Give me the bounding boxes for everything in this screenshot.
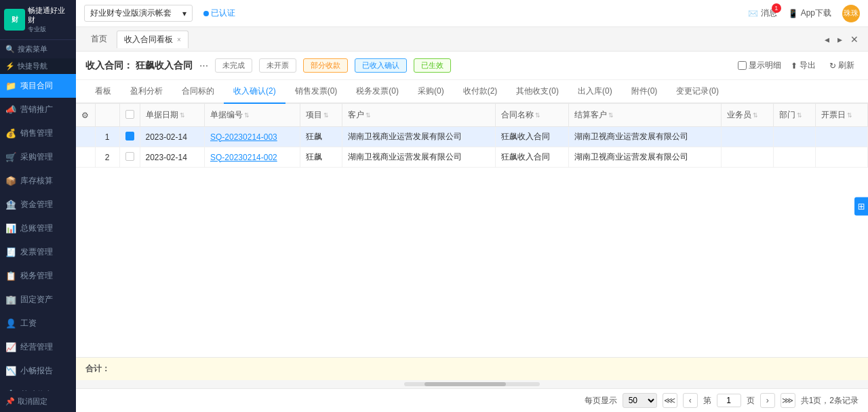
sort-project-icon[interactable]: ⇅ bbox=[323, 112, 329, 119]
sidebar-item-invoice[interactable]: 🧾 发票管理 bbox=[0, 240, 76, 264]
ops-icon: 📈 bbox=[5, 341, 16, 352]
table-row[interactable]: 2 2023-02-14 SQ-20230214-002 狂飙 湖南卫视商业运营… bbox=[76, 147, 868, 168]
refresh-button[interactable]: ↻ 刷新 bbox=[825, 58, 859, 73]
show-detail-input[interactable] bbox=[738, 61, 747, 70]
hr-icon: 👤 bbox=[5, 318, 16, 329]
right-panel-icon[interactable]: ⊞ bbox=[856, 202, 867, 210]
cell-project-2: 狂飙 bbox=[300, 147, 342, 168]
sidebar-item-ops[interactable]: 📈 经营管理 bbox=[0, 335, 76, 359]
tab-prev-button[interactable]: ◂ bbox=[823, 33, 831, 46]
more-options-button[interactable]: ··· bbox=[199, 60, 208, 72]
sidebar-item-project[interactable]: 📁 项目合同 bbox=[0, 74, 76, 98]
export-icon: ⬆ bbox=[791, 61, 797, 71]
page-prev-button[interactable]: ‹ bbox=[683, 393, 698, 408]
th-salesperson: 业务员 ⇅ bbox=[722, 104, 774, 127]
sidebar-item-report[interactable]: 📉 小畅报告 bbox=[0, 359, 76, 383]
tab-home[interactable]: 首页 bbox=[84, 31, 114, 48]
status-confirmed[interactable]: 已收入确认 bbox=[355, 58, 407, 73]
sidebar-item-marketing[interactable]: 📣 营销推广 bbox=[0, 98, 76, 121]
cell-num-1: 1 bbox=[95, 127, 119, 147]
page-first-button[interactable]: ⋘ bbox=[663, 393, 677, 408]
active-tab-label: 收入合同看板 bbox=[124, 34, 173, 45]
page-last-button[interactable]: ⋙ bbox=[781, 393, 795, 408]
tab-attachment[interactable]: 附件(0) bbox=[622, 80, 667, 104]
fixed-icon: 🏢 bbox=[5, 294, 16, 305]
tab-profit[interactable]: 盈利分析 bbox=[121, 80, 172, 104]
logo-text-block: 畅捷通好业财 专业版 bbox=[28, 5, 72, 34]
export-button[interactable]: ⬆ 导出 bbox=[787, 58, 820, 73]
sidebar-item-hr[interactable]: 👤 工资 bbox=[0, 312, 76, 335]
search-menu-label: 搜索菜单 bbox=[18, 44, 47, 54]
app-download-button[interactable]: 📱 App下载 bbox=[788, 7, 831, 19]
avatar: 珠珠 bbox=[842, 5, 860, 22]
show-detail-checkbox[interactable]: 显示明细 bbox=[738, 60, 781, 71]
status-active[interactable]: 已生效 bbox=[414, 58, 451, 73]
sort-bill-date-icon[interactable]: ⇅ bbox=[847, 112, 852, 119]
sort-date-icon[interactable]: ⇅ bbox=[180, 112, 185, 119]
row-checkbox-2[interactable] bbox=[125, 152, 134, 161]
header-right: ✉️ 消息 1 📱 App下载 珠珠 bbox=[748, 5, 860, 22]
tab-kanban[interactable]: 看板 bbox=[85, 80, 121, 104]
close-tab-button[interactable]: × bbox=[177, 36, 181, 43]
sort-dept-icon[interactable]: ⇅ bbox=[797, 112, 802, 119]
sort-contract-icon[interactable]: ⇅ bbox=[535, 112, 540, 119]
company-selector[interactable]: 好业财专业版演示帐套 ▾ bbox=[84, 5, 193, 22]
sidebar-item-purchase[interactable]: 🛒 采购管理 bbox=[0, 145, 76, 169]
cell-date-2: 2023-02-14 bbox=[140, 147, 205, 168]
scroll-thumb[interactable] bbox=[425, 382, 506, 386]
cell-salesperson-1 bbox=[722, 127, 774, 147]
search-icon: 🔍 bbox=[5, 45, 15, 54]
sort-settle-icon[interactable]: ⇅ bbox=[608, 112, 614, 119]
tab-confirm[interactable]: 收入确认(2) bbox=[224, 80, 285, 104]
sidebar-item-accounting[interactable]: 📊 总账管理 bbox=[0, 217, 76, 240]
sidebar-item-fixed[interactable]: 🏢 固定资产 bbox=[0, 288, 76, 312]
th-customer-label: 客户 bbox=[348, 109, 364, 121]
gear-icon[interactable]: ⚙ bbox=[81, 111, 89, 120]
status-partial[interactable]: 部分收款 bbox=[303, 58, 348, 73]
sidebar-item-sales[interactable]: 💰 销售管理 bbox=[0, 121, 76, 145]
table-row[interactable]: 1 2023-02-14 SQ-20230214-003 狂飙 湖南卫视商业运营… bbox=[76, 127, 868, 147]
tab-next-button[interactable]: ▸ bbox=[836, 33, 844, 46]
sidebar-item-capital[interactable]: 🏦 资金管理 bbox=[0, 193, 76, 217]
unpin-label: 取消固定 bbox=[18, 396, 47, 407]
tab-close-all-button[interactable]: ✕ bbox=[849, 33, 860, 46]
status-uninvoiced[interactable]: 未开票 bbox=[259, 58, 296, 73]
row-checkbox-1[interactable] bbox=[125, 132, 134, 141]
select-all-checkbox[interactable] bbox=[125, 110, 134, 119]
sort-code-icon[interactable]: ⇅ bbox=[244, 112, 250, 119]
row-code-link-1[interactable]: SQ-20230214-003 bbox=[210, 132, 277, 142]
content-area: 收入合同： 狂飙收入合同 ··· 未完成 未开票 部分收款 已收入确认 已生效 … bbox=[76, 52, 868, 412]
tab-sales-invoice[interactable]: 销售发票(0) bbox=[285, 80, 347, 104]
quick-nav[interactable]: ⚡ 快捷导航 bbox=[0, 58, 76, 74]
tab-active-contract[interactable]: 收入合同看板 × bbox=[117, 31, 189, 48]
message-button[interactable]: ✉️ 消息 1 bbox=[748, 7, 777, 19]
tab-payment[interactable]: 收付款(2) bbox=[454, 80, 507, 104]
tab-other-income[interactable]: 其他收支(0) bbox=[507, 80, 568, 104]
sales-icon: 💰 bbox=[5, 128, 16, 138]
page-number-input[interactable] bbox=[717, 394, 741, 407]
unpin-button[interactable]: 📌 取消固定 bbox=[0, 391, 76, 412]
page-unit: 页 bbox=[747, 395, 755, 407]
tab-tax-invoice[interactable]: 税务发票(0) bbox=[347, 80, 408, 104]
sidebar-item-tax[interactable]: 📋 税务管理 bbox=[0, 264, 76, 288]
sidebar-item-sales-label: 销售管理 bbox=[20, 128, 53, 139]
th-settle-customer: 结算客户 ⇅ bbox=[568, 104, 721, 127]
sidebar-item-basic[interactable]: ⚙️ 基础信息 bbox=[0, 383, 76, 391]
th-dept-label: 部门 bbox=[779, 109, 795, 121]
sidebar-nav-list: 📁 项目合同 📣 营销推广 💰 销售管理 🛒 采购管理 📦 库存核算 🏦 资金管… bbox=[0, 74, 76, 391]
status-incomplete[interactable]: 未完成 bbox=[215, 58, 252, 73]
user-avatar[interactable]: 珠珠 bbox=[842, 5, 860, 22]
sidebar-item-inventory[interactable]: 📦 库存核算 bbox=[0, 169, 76, 193]
page-size-select[interactable]: 50 100 bbox=[623, 393, 657, 408]
tab-change-log[interactable]: 变更记录(0) bbox=[667, 80, 728, 104]
tab-purchase[interactable]: 采购(0) bbox=[408, 80, 454, 104]
search-menu[interactable]: 🔍 搜索菜单 bbox=[0, 40, 76, 58]
th-code: 单据编号 ⇅ bbox=[205, 104, 300, 127]
tab-warehouse[interactable]: 出入库(0) bbox=[568, 80, 622, 104]
page-next-button[interactable]: › bbox=[760, 393, 775, 408]
sort-salesperson-icon[interactable]: ⇅ bbox=[753, 112, 758, 119]
tab-standards[interactable]: 合同标的 bbox=[172, 80, 224, 104]
sort-customer-icon[interactable]: ⇅ bbox=[366, 112, 371, 119]
contract-title: 收入合同： 狂飙收入合同 bbox=[85, 60, 193, 72]
row-code-link-2[interactable]: SQ-20230214-002 bbox=[210, 153, 277, 162]
